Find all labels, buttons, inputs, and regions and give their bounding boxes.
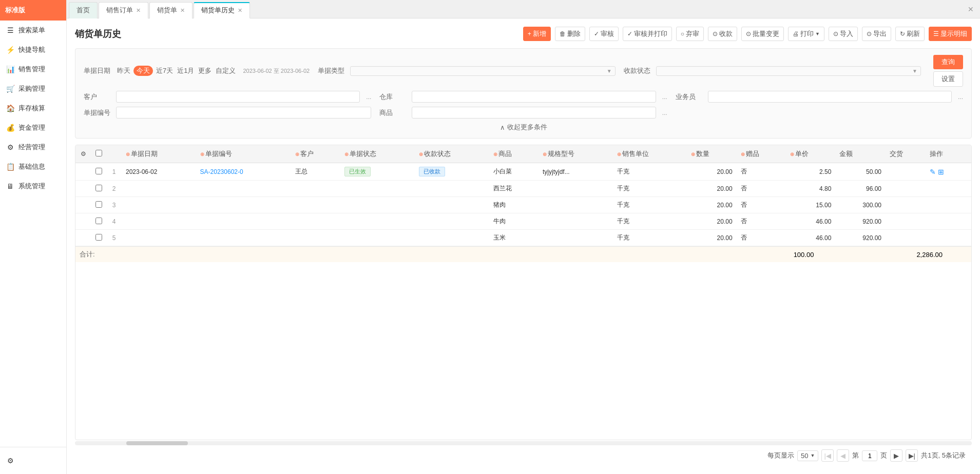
sidebar-item-system-mgmt[interactable]: 🖥 系统管理 [0,176,66,196]
row-doc-num[interactable] [196,230,292,246]
footer-total-amount: 2,286.00 [916,251,943,259]
tab-sales-delivery-close[interactable]: ✕ [180,7,185,14]
audit-icon: ✓ [594,30,599,37]
date-shortcut-more[interactable]: 更多 [197,66,213,76]
sidebar-item-purchase-mgmt[interactable]: 🛒 采购管理 [0,79,66,98]
date-shortcut-today[interactable]: 今天 [133,66,153,76]
tab-home[interactable]: 首页 [69,2,98,18]
row-customer [291,181,340,197]
tab-sales-order[interactable]: 销售订单 ✕ [99,2,148,18]
row-doc-num[interactable] [196,181,292,197]
next-page-button[interactable]: ▶ [890,449,902,462]
col-unit-price[interactable]: ⊕单价 [786,145,835,163]
query-button[interactable]: 查询 [933,55,963,69]
sidebar-item-search-menu[interactable]: ☰ 搜索菜单 [0,21,66,40]
date-shortcut-yesterday[interactable]: 昨天 [116,66,131,76]
col-customer[interactable]: ⊕客户 [291,145,340,163]
col-spec-model[interactable]: ⊕规格型号 [539,145,613,163]
date-shortcut-7days[interactable]: 近7天 [155,66,174,76]
salesperson-input[interactable] [708,91,952,103]
sidebar-item-inventory[interactable]: 🏠 库存核算 [0,98,66,118]
sidebar-item-operations-mgmt[interactable]: ⚙ 经营管理 [0,137,66,157]
tab-bar-close-all[interactable]: ✕ [964,5,978,13]
more-actions-icon[interactable]: ⊞ [938,168,944,176]
select-all-checkbox[interactable] [95,150,102,156]
customer-dots[interactable]: ... [366,93,371,101]
refresh-button[interactable]: ↻ 刷新 [895,27,925,41]
collect-icon: ⊙ [713,30,718,37]
col-gift[interactable]: ⊕赠品 [737,145,786,163]
row-transaction [886,197,926,213]
abandon-button[interactable]: ○ 弃审 [676,27,704,41]
customer-label: 客户 [84,92,112,102]
collapse-button[interactable]: ∧ 收起更多条件 [500,123,547,132]
row-checkbox[interactable] [91,197,106,213]
date-shortcut-custom[interactable]: 自定义 [215,66,237,76]
payment-status-label: 收款状态 [624,66,652,75]
row-unit-price: 46.00 [786,213,835,230]
row-customer [291,230,340,246]
audit-button[interactable]: ✓ 审核 [589,27,619,41]
row-doc-num[interactable] [196,197,292,213]
sidebar-settings[interactable]: ⚙ [0,451,66,470]
col-doc-status[interactable]: ⊕单据状态 [340,145,415,163]
col-goods[interactable]: ⊕商品 [489,145,539,163]
date-shortcut-1month[interactable]: 近1月 [176,66,195,76]
salesperson-dots[interactable]: ... [958,93,963,101]
row-doc-num[interactable]: SA-20230602-0 [196,163,292,181]
row-checkbox[interactable] [91,230,106,246]
sidebar-item-finance-mgmt[interactable]: 💰 资金管理 [0,118,66,137]
prev-page-button[interactable]: ◀ [837,449,849,462]
sidebar-item-basic-info[interactable]: 📋 基础信息 [0,157,66,176]
row-sales-unit: 千克 [613,181,687,197]
edit-icon[interactable]: ✎ [930,168,936,176]
print-button[interactable]: 🖨 打印 ▼ [788,27,824,41]
new-button[interactable]: + 新增 [523,27,551,41]
export-button[interactable]: ⊙ 导出 [862,27,891,41]
col-doc-date[interactable]: ⊕单据日期 [122,145,196,163]
tab-sales-delivery[interactable]: 销货单 ✕ [149,2,193,18]
row-checkbox[interactable] [91,163,106,181]
row-spec-model [539,181,613,197]
goods-input[interactable] [412,107,656,118]
new-icon: + [528,30,531,37]
warehouse-input[interactable] [412,91,656,103]
payment-status-select[interactable]: ▼ [656,66,921,76]
sidebar-item-quick-nav[interactable]: ⚡ 快捷导航 [0,40,66,60]
audit-print-button[interactable]: ✓ 审核并打印 [623,27,672,41]
tab-sales-history[interactable]: 销货单历史 ✕ [194,2,250,18]
tab-sales-order-close[interactable]: ✕ [136,7,141,14]
goods-dots[interactable]: ... [662,109,667,116]
doc-type-select[interactable]: ▼ [350,66,615,76]
col-payment-status[interactable]: ⊕收款状态 [415,145,489,163]
last-page-button[interactable]: ▶| [906,449,918,462]
sidebar: 标准版 ☰ 搜索菜单 ⚡ 快捷导航 📊 销售管理 🛒 采购管理 🏠 库存核算 💰… [0,0,67,474]
warehouse-dots[interactable]: ... [662,93,667,101]
col-quantity[interactable]: ⊕数量 [687,145,736,163]
col-settings[interactable]: ⚙ [75,145,91,163]
row-quantity: 20.00 [687,163,736,181]
show-details-button[interactable]: ☰ 显示明细 [929,27,972,41]
page-size-value: 50 [801,452,808,460]
set-button[interactable]: 设置 [933,71,963,87]
import-button[interactable]: ⊙ 导入 [829,27,858,41]
sidebar-item-sales-mgmt[interactable]: 📊 销售管理 [0,60,66,79]
delete-button[interactable]: 🗑 删除 [555,27,585,41]
horizontal-scrollbar[interactable] [75,441,972,445]
sidebar-item-label: 基础信息 [18,162,45,171]
collect-button[interactable]: ⊙ 收款 [708,27,737,41]
row-doc-date [122,230,196,246]
doc-num-input[interactable] [116,107,371,118]
col-sales-unit[interactable]: ⊕销售单位 [613,145,687,163]
row-doc-num[interactable] [196,213,292,230]
collapse-chevron-icon: ∧ [500,124,505,131]
tab-sales-history-close[interactable]: ✕ [238,7,242,14]
row-checkbox[interactable] [91,181,106,197]
first-page-button[interactable]: |◀ [821,449,834,462]
customer-input[interactable] [116,91,360,103]
col-doc-num[interactable]: ⊕单据编号 [196,145,292,163]
page-size-select[interactable]: 50 ▼ [797,450,818,461]
batch-change-button[interactable]: ⊙ 批量变更 [741,27,784,41]
page-number-input[interactable] [862,450,877,461]
row-checkbox[interactable] [91,213,106,230]
